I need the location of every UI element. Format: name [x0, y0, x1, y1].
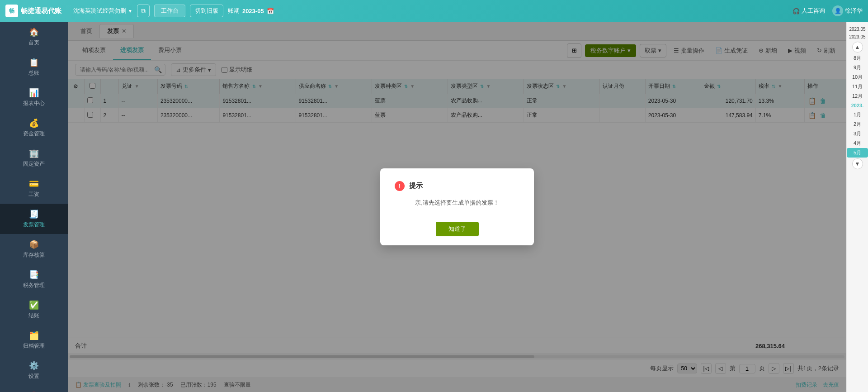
period-year-top2: 2023.05	[847, 33, 868, 41]
copy-button[interactable]: ⧉	[137, 5, 150, 17]
topbar: 畅 畅捷通易代账 沈海英测试经营勿删 ▼ ⧉ 工作台 切到旧版 账期 2023-…	[0, 0, 868, 22]
app-logo: 畅 畅捷通易代账	[5, 5, 61, 17]
ledger-icon: 📋	[29, 57, 39, 67]
funds-icon: 💰	[29, 118, 39, 128]
sidebar: 🏠 首页 📋 总账 📊 报表中心 💰 资金管理 🏢 固定资产 💳 工资 🧾 发票…	[0, 22, 68, 392]
warning-icon: !	[395, 181, 405, 191]
archive-icon: 🗂️	[29, 330, 39, 340]
settings-icon: ⚙️	[29, 361, 39, 371]
period-10[interactable]: 10月	[847, 72, 868, 82]
modal-message: 亲,请先选择要生成单据的发票！	[415, 198, 499, 208]
modal-dialog: ! 提示 亲,请先选择要生成单据的发票！ 知道了	[380, 168, 534, 246]
workspace-button[interactable]: 工作台	[154, 5, 185, 17]
inventory-icon: 📦	[29, 239, 39, 249]
sidebar-item-guide[interactable]: 🎯 新手引导	[0, 386, 68, 392]
modal-footer: 知道了	[380, 216, 534, 245]
main-layout: 🏠 首页 📋 总账 📊 报表中心 💰 资金管理 🏢 固定资产 💳 工资 🧾 发票…	[0, 22, 868, 392]
logo-icon: 畅	[5, 5, 18, 17]
invoice-icon: 🧾	[29, 209, 39, 219]
period-9[interactable]: 9月	[847, 63, 868, 72]
period-year-2023: 2023.	[851, 101, 864, 110]
period-2[interactable]: 2月	[847, 120, 868, 129]
period-year-top: 2023.05	[847, 25, 868, 33]
period-up-button[interactable]: ▲	[852, 42, 863, 53]
period-11[interactable]: 11月	[847, 82, 868, 91]
chevron-down-icon: ▼	[128, 9, 132, 14]
sidebar-item-ledger[interactable]: 📋 总账	[0, 52, 68, 82]
period-info: 账期 2023-05 📅	[228, 7, 274, 15]
modal-title: 提示	[409, 182, 423, 190]
period-down-button[interactable]: ▼	[852, 158, 863, 169]
switch-version-button[interactable]: 切到旧版	[190, 5, 223, 17]
sidebar-item-settings[interactable]: ⚙️ 设置	[0, 355, 68, 386]
sidebar-item-funds[interactable]: 💰 资金管理	[0, 113, 68, 143]
home-icon: 🏠	[29, 27, 39, 37]
reports-icon: 📊	[29, 88, 39, 98]
close-accounts-icon: ✅	[29, 300, 39, 310]
period-4[interactable]: 4月	[847, 139, 868, 148]
modal-overlay: ! 提示 亲,请先选择要生成单据的发票！ 知道了	[68, 22, 846, 392]
sidebar-item-archive[interactable]: 🗂️ 归档管理	[0, 325, 68, 355]
topbar-right: 🎧 人工咨询 👤 徐泽华	[793, 5, 863, 16]
modal-header: ! 提示	[395, 181, 423, 191]
modal-body: ! 提示 亲,请先选择要生成单据的发票！	[380, 168, 534, 217]
period-5[interactable]: 5月	[847, 148, 868, 158]
sidebar-item-payroll[interactable]: 💳 工资	[0, 173, 68, 204]
sidebar-item-close[interactable]: ✅ 结账	[0, 295, 68, 325]
period-1[interactable]: 1月	[847, 110, 868, 120]
period-sidebar: 2023.05 2023.05 ▲ 8月 9月 10月 11月 12月 2023…	[846, 22, 868, 392]
avatar: 👤	[832, 5, 843, 16]
period-8[interactable]: 8月	[847, 53, 868, 63]
user-menu[interactable]: 👤 徐泽华	[832, 5, 863, 16]
sidebar-item-tax[interactable]: 📑 税务管理	[0, 264, 68, 295]
headset-icon: 🎧	[793, 8, 800, 14]
period-3[interactable]: 3月	[847, 129, 868, 139]
sidebar-item-reports[interactable]: 📊 报表中心	[0, 82, 68, 113]
tax-icon: 📑	[29, 270, 39, 280]
modal-confirm-button[interactable]: 知道了	[436, 222, 479, 236]
main-content: 首页 发票 ✕ 销项发票 进项发票 费用小票 ⊞ 税务数字账户 ▾	[68, 22, 846, 392]
customer-service[interactable]: 🎧 人工咨询	[793, 7, 825, 15]
sidebar-item-inventory[interactable]: 📦 库存核算	[0, 234, 68, 264]
assets-icon: 🏢	[29, 148, 39, 158]
sidebar-item-home[interactable]: 🏠 首页	[0, 22, 68, 52]
company-selector[interactable]: 沈海英测试经营勿删 ▼	[73, 7, 132, 15]
period-12[interactable]: 12月	[847, 91, 868, 101]
sidebar-item-assets[interactable]: 🏢 固定资产	[0, 143, 68, 173]
sidebar-item-invoices[interactable]: 🧾 发票管理	[0, 204, 68, 234]
payroll-icon: 💳	[29, 179, 39, 189]
calendar-icon[interactable]: 📅	[267, 8, 274, 14]
